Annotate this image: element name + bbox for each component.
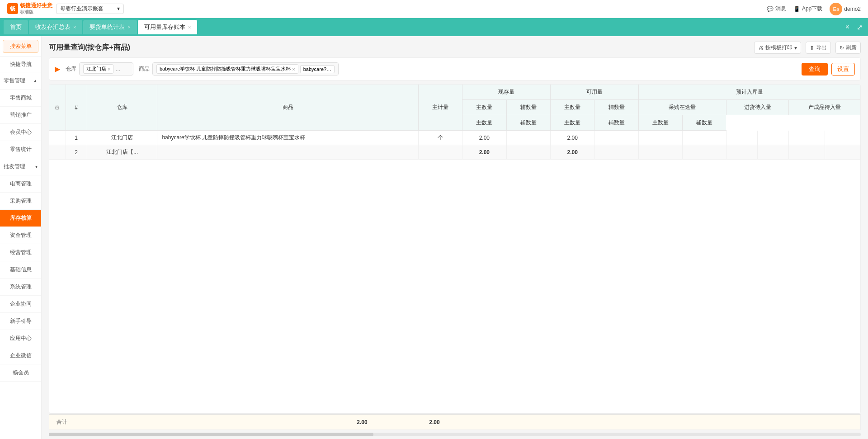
top-bar-right: 💬 消息 📱 App下载 Ea demo2 [767, 3, 861, 15]
quick-nav-button[interactable]: 快捷导航 [0, 57, 41, 72]
sidebar-item-enterprise-wechat[interactable]: 企业微信 [0, 347, 41, 364]
sidebar-item-purchase-mgmt[interactable]: 采购管理 [0, 193, 41, 210]
tab-label: 要货单统计表 [90, 23, 125, 31]
th-current-aux: 辅数量 [506, 100, 550, 115]
cell-avail-aux [594, 145, 638, 160]
tab-close-icon[interactable]: × [127, 24, 130, 30]
tab-home[interactable]: 首页 [4, 20, 28, 34]
sidebar-item-finance-mgmt[interactable]: 资金管理 [0, 227, 41, 244]
sidebar-item-system-mgmt[interactable]: 系统管理 [0, 279, 41, 296]
print-button[interactable]: 🖨 按模板打印 ▾ [754, 42, 801, 54]
table-wrapper: ⚙ # 仓库 商品 主计量 现存量 可用量 预计入库量 主数量 辅数量 主数量 [49, 84, 861, 414]
cell-avail-main: 2.00 [551, 145, 594, 160]
logo: 畅 畅捷通好生意 标准版 [7, 2, 52, 15]
export-button[interactable]: ⬆ 导出 [806, 42, 831, 54]
cell-warehouse: 江北门店【... [87, 145, 157, 160]
user-profile[interactable]: Ea demo2 [830, 3, 861, 15]
export-icon: ⬆ [810, 45, 814, 51]
avatar: Ea [830, 3, 842, 15]
sidebar-item-wholesale-mgmt[interactable]: 批发管理 ▾ [0, 158, 41, 175]
tab-close-icon[interactable]: × [73, 24, 76, 30]
sidebar-item-member-center[interactable]: 会员中心 [0, 124, 41, 141]
cell-unit: 个 [418, 131, 462, 145]
fullscreen-button[interactable]: ⤢ [855, 21, 864, 33]
sidebar-item-operations-mgmt[interactable]: 经营管理 [0, 244, 41, 261]
tab-label: 可用量库存账本 [144, 23, 185, 31]
cell-production-main [789, 131, 825, 145]
th-forecast-group: 预计入库量 [638, 85, 860, 100]
th-avail-main: 主数量 [551, 100, 594, 115]
th-available-group: 可用量 [551, 85, 639, 100]
scrollbar-thumb[interactable] [49, 433, 373, 436]
close-all-button[interactable]: × [844, 21, 851, 33]
cell-index: 2 [66, 145, 87, 160]
sidebar-item-retail-mgmt[interactable]: 零售管理 ▲ [0, 72, 41, 90]
product-filter: 商品 babycare学饮杯 儿童防摔防撞吸管杯重力球吸嘴杯宝宝水杯 × bab… [139, 62, 339, 76]
th-incoming-aux: 辅数量 [594, 115, 638, 131]
inventory-table: ⚙ # 仓库 商品 主计量 现存量 可用量 预计入库量 主数量 辅数量 主数量 [49, 85, 860, 160]
refresh-button[interactable]: ↻ 刷新 [835, 42, 861, 54]
cell-incoming-main [726, 145, 757, 160]
sidebar-item-enterprise-collab[interactable]: 企业协同 [0, 296, 41, 313]
sidebar-item-marketing[interactable]: 营销推广 [0, 107, 41, 124]
app-download-button[interactable]: 📱 App下载 [793, 5, 822, 13]
sidebar-item-retail-stats[interactable]: 零售统计 [0, 141, 41, 158]
th-unit: 主计量 [418, 85, 462, 131]
message-button[interactable]: 💬 消息 [767, 5, 786, 13]
filter-bar: ▶ 仓库 江北门店 × … 商品 babycare学饮杯 儿童防摔防撞吸管杯重力… [49, 57, 861, 80]
cell-incoming-aux [758, 131, 789, 145]
settings-icon[interactable]: ⚙ [54, 104, 60, 111]
th-settings[interactable]: ⚙ [49, 85, 66, 131]
product-tag-1: babycare学饮杯 儿童防摔防撞吸管杯重力球吸嘴杯宝宝水杯 × [156, 64, 298, 74]
cell-incoming-aux [758, 145, 789, 160]
main-layout: 搜索菜单 快捷导航 零售管理 ▲ 零售商城 营销推广 会员中心 零售统计 批发管… [0, 36, 868, 439]
tab-available-stock[interactable]: 可用量库存账本 × [138, 20, 197, 34]
product-label: 商品 [139, 65, 150, 73]
th-warehouse: 仓库 [87, 85, 157, 131]
product-input[interactable]: babycare学饮杯 儿童防摔防撞吸管杯重力球吸嘴杯宝宝水杯 × babyca… [152, 62, 339, 76]
th-purchase-group: 采购在途量 [638, 100, 726, 115]
nav-right-actions: × ⤢ [844, 21, 864, 33]
sidebar-item-inventory[interactable]: 库存核算 [0, 210, 41, 227]
table-row: 2 江北门店【... 2.00 2.00 [49, 145, 860, 160]
th-purchase-aux: 辅数量 [506, 115, 550, 131]
sidebar-item-basic-info[interactable]: 基础信息 [0, 261, 41, 279]
setting-button[interactable]: 设置 [831, 63, 855, 76]
filter-actions: 查询 设置 [802, 63, 855, 76]
tab-label: 收发存汇总表 [35, 23, 71, 31]
query-button[interactable]: 查询 [802, 63, 828, 76]
sidebar-item-newbie-guide[interactable]: 新手引导 [0, 313, 41, 330]
th-purchase-main: 主数量 [462, 115, 506, 131]
footer-current-main: 2.00 [344, 419, 380, 425]
industry-select[interactable]: 母婴行业演示账套 ▾ [56, 4, 124, 14]
table-footer: 合计 2.00 2.00 [49, 414, 861, 430]
cell-settings [49, 145, 66, 160]
tab-close-icon[interactable]: × [188, 24, 191, 30]
th-production-aux: 辅数量 [683, 115, 726, 131]
chevron-down-icon: ▾ [794, 45, 797, 51]
cell-purchase-aux [683, 131, 726, 145]
cell-current-main: 2.00 [462, 145, 506, 160]
th-incoming-group: 进货待入量 [726, 100, 788, 115]
sidebar-item-app-center[interactable]: 应用中心 [0, 330, 41, 347]
warehouse-label: 仓库 [66, 65, 76, 73]
warehouse-more[interactable]: … [115, 66, 120, 72]
footer-label: 合计 [57, 418, 344, 426]
tab-requisition-stats[interactable]: 要货单统计表 × [83, 20, 137, 34]
search-menu-button[interactable]: 搜索菜单 [3, 40, 38, 53]
sidebar-item-ecommerce-mgmt[interactable]: 电商管理 [0, 175, 41, 193]
warehouse-input[interactable]: 江北门店 × … [79, 62, 133, 76]
logo-icon: 畅 [7, 3, 18, 14]
sidebar-item-member[interactable]: 畅会员 [0, 364, 41, 382]
remove-warehouse-tag[interactable]: × [108, 66, 110, 72]
filter-toggle-icon[interactable]: ▶ [55, 65, 60, 73]
cell-purchase-aux [683, 145, 726, 160]
tab-receive-summary[interactable]: 收发存汇总表 × [29, 20, 82, 34]
remove-product-tag-1[interactable]: × [292, 66, 295, 72]
chevron-down-icon: ▾ [117, 5, 120, 12]
table-row: 1 江北门店 babycare学饮杯 儿童防摔防撞吸管杯重力球吸嘴杯宝宝水杯 个… [49, 131, 860, 145]
logo-text: 畅捷通好生意 [20, 2, 52, 9]
product-tag-2: babycare?… [300, 65, 335, 73]
top-bar: 畅 畅捷通好生意 标准版 母婴行业演示账套 ▾ 💬 消息 📱 App下载 Ea … [0, 0, 868, 18]
sidebar-item-retail-mall[interactable]: 零售商城 [0, 90, 41, 107]
